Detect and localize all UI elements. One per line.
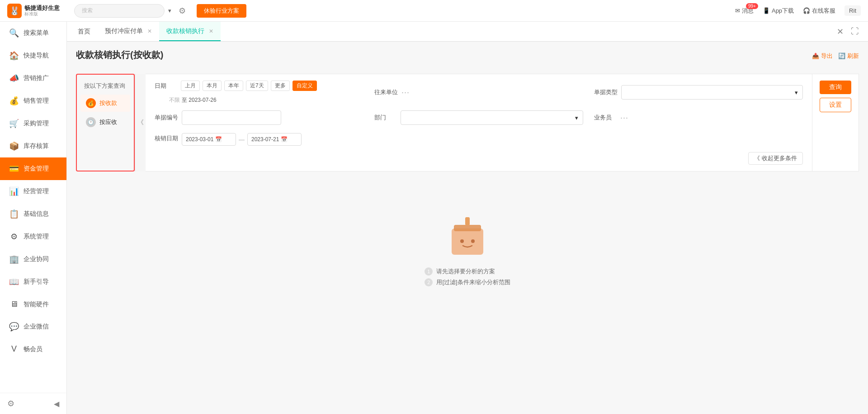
more-conditions-label: 收起更多条件: [762, 154, 797, 162]
sidebar-item-marketing[interactable]: 📣 营销推广: [0, 67, 66, 90]
sidebar-label-inventory: 库存核算: [24, 142, 49, 150]
date-btn-custom[interactable]: 自定义: [292, 81, 317, 91]
gear-icon[interactable]: ⚙: [179, 6, 186, 16]
verify-date-from: 2023-03-01: [186, 136, 213, 143]
dept-select[interactable]: ▾: [401, 110, 583, 125]
doc-no-input[interactable]: [182, 110, 281, 125]
svg-rect-4: [465, 217, 470, 225]
step-num-1: 1: [425, 267, 433, 276]
message-badge: 99+: [746, 3, 758, 9]
filter-option-receipt[interactable]: 💰 按收款: [80, 95, 130, 112]
sidebar-item-finance[interactable]: 💳 资金管理: [0, 157, 66, 180]
sidebar-item-sales[interactable]: 💰 销售管理: [0, 90, 66, 112]
salesperson-field: 业务员 ···: [594, 113, 803, 123]
top-search[interactable]: 搜索: [74, 4, 165, 18]
app-download-btn[interactable]: 📱 App下载: [763, 7, 794, 15]
tab-expand-icon[interactable]: ⛶: [849, 25, 861, 38]
date-btn-last-month[interactable]: 上月: [181, 81, 200, 91]
verify-date-to-input[interactable]: 2023-07-21 📅: [247, 133, 302, 146]
content-area: 首页 预付冲应付单 ✕ 收款核销执行 ✕ ✕ ⛶ 收款核销执行(按收款): [67, 22, 868, 414]
sidebar-item-purchase[interactable]: 🛒 采购管理: [0, 112, 66, 135]
sidebar-item-enterprise[interactable]: 🏢 企业协同: [0, 248, 66, 271]
filter-collapse-btn[interactable]: 《: [135, 74, 146, 171]
date-btn-7days[interactable]: 近7天: [246, 81, 268, 91]
finance-icon: 💳: [9, 164, 19, 174]
industry-btn[interactable]: 休验行业方案: [197, 4, 246, 18]
verify-date-to: 2023-07-21: [251, 136, 279, 143]
top-bar: 🐰 畅捷通好生意 标准版 搜索 ▾ ⚙ 休验行业方案 ✉ 消息 99+ 📱 Ap…: [0, 0, 868, 22]
sidebar-label-hardware: 智能硬件: [24, 300, 49, 309]
sidebar-item-quick-nav[interactable]: 🏠 快捷导航: [0, 44, 66, 67]
refresh-icon: 🔄: [838, 52, 845, 59]
filter-receivable-label: 按应收: [99, 118, 117, 126]
sidebar-item-guide[interactable]: 📖 新手引导: [0, 271, 66, 293]
verify-date-range: 2023-03-01 📅 — 2023-07-21 📅: [182, 133, 302, 146]
more-conditions-btn[interactable]: 《 收起更多条件: [748, 152, 803, 165]
sidebar-item-search-menu[interactable]: 🔍 搜索菜单: [0, 22, 66, 44]
sidebar-bottom: ⚙ ◀: [0, 393, 66, 414]
sidebar-label-guide: 新手引导: [24, 278, 49, 286]
sidebar-item-operation[interactable]: 📊 经营管理: [0, 180, 66, 203]
tab-home[interactable]: 首页: [71, 22, 98, 41]
doc-type-select[interactable]: ▾: [621, 85, 803, 100]
date-filter: 上月 本月 本年 近7天 更多 自定义: [181, 81, 317, 91]
date-btn-more[interactable]: 更多: [271, 81, 290, 91]
sidebar-item-basic-info[interactable]: 📋 基础信息: [0, 203, 66, 225]
sidebar-item-wechat[interactable]: 💬 企业微信: [0, 315, 66, 338]
search-dropdown[interactable]: ▾: [168, 7, 171, 14]
salesperson-dots[interactable]: ···: [620, 113, 628, 123]
message-btn[interactable]: ✉ 消息 99+: [735, 7, 754, 15]
tab-collection-close[interactable]: ✕: [209, 28, 213, 34]
query-btn[interactable]: 查询: [820, 81, 851, 94]
date-no-limit: 不限: [169, 96, 180, 104]
action-col: 查询 设置: [812, 74, 859, 171]
online-service-btn[interactable]: 🎧 在线客服: [803, 7, 835, 15]
export-btn[interactable]: 📤 导出: [812, 52, 833, 60]
verify-date-from-input[interactable]: 2023-03-01 📅: [182, 133, 236, 146]
tab-collection-label: 收款核销执行: [166, 27, 204, 35]
date-btn-this-month[interactable]: 本月: [203, 81, 222, 91]
salesperson-label: 业务员: [594, 114, 617, 122]
settings-btn[interactable]: 设置: [820, 98, 851, 112]
doc-type-field: 单据类型 ▾: [594, 85, 803, 100]
sales-icon: 💰: [9, 96, 19, 106]
tab-close-window-icon[interactable]: ✕: [835, 25, 845, 38]
filter-option-receivable[interactable]: 🕐 按应收: [80, 114, 130, 131]
app-icon: 📱: [763, 7, 770, 14]
vendor-dots[interactable]: ···: [401, 88, 410, 97]
filter-receipt-label: 按收款: [99, 99, 117, 107]
sidebar-collapse-icon[interactable]: ◀: [54, 400, 59, 408]
date-btn-this-year[interactable]: 本年: [224, 81, 243, 91]
filter-sidebar-title: 按以下方案查询: [80, 80, 130, 95]
empty-step-1-text: 请先选择要分析的方案: [436, 267, 495, 276]
sidebar-item-inventory[interactable]: 📦 库存核算: [0, 135, 66, 157]
export-icon: 📤: [812, 52, 819, 59]
step-num-2: 2: [425, 278, 433, 286]
user-menu[interactable]: Rit: [844, 5, 861, 16]
sidebar-label-finance: 资金管理: [24, 165, 49, 173]
tab-collection[interactable]: 收款核销执行 ✕: [159, 22, 221, 41]
collapse-icon: 《: [137, 119, 144, 127]
empty-state-text: 1 请先选择要分析的方案 2 用[过滤]条件来缩小分析范围: [425, 267, 510, 286]
sidebar-settings-icon[interactable]: ⚙: [7, 399, 14, 409]
sidebar-item-hardware[interactable]: 🖥 智能硬件: [0, 293, 66, 315]
verify-date-label: 核销日期: [155, 134, 178, 143]
tab-prepay-close[interactable]: ✕: [147, 28, 152, 34]
filter-receipt-icon: 💰: [86, 98, 96, 108]
filter-receivable-icon: 🕐: [86, 117, 96, 127]
refresh-btn[interactable]: 🔄 刷新: [838, 52, 859, 60]
svg-rect-1: [454, 225, 481, 231]
hardware-icon: 🖥: [9, 300, 19, 309]
tab-prepay[interactable]: 预付冲应付单 ✕: [98, 22, 159, 41]
page-content: 收款核销执行(按收款) 📤 导出 🔄 刷新 按以下方案查询: [67, 42, 868, 414]
brand-title: 畅捷通好生意: [24, 5, 60, 12]
purchase-icon: 🛒: [9, 119, 19, 128]
guide-icon: 📖: [9, 277, 19, 287]
filter-row-1: 日期 上月 本月 本年 近7天 更多 自定义: [155, 81, 803, 104]
sidebar-item-member[interactable]: V 畅会员: [0, 338, 66, 360]
system-icon: ⚙: [9, 232, 19, 242]
svg-point-2: [460, 239, 464, 243]
empty-illustration: [445, 215, 490, 260]
quick-nav-icon: 🏠: [9, 51, 19, 61]
sidebar-item-system[interactable]: ⚙ 系统管理: [0, 225, 66, 248]
